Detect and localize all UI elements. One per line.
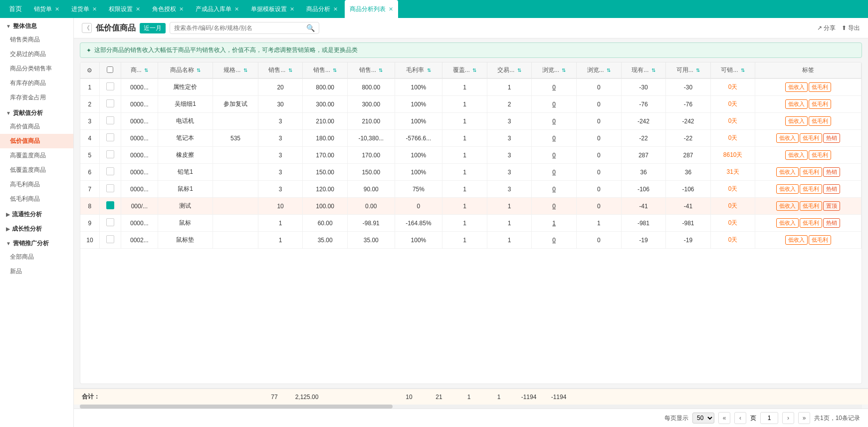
row-trade: 1 [487, 215, 532, 232]
row-checkbox[interactable] [106, 150, 114, 158]
sidebar-group-overall[interactable]: ▼ 整体信息 [0, 18, 73, 32]
table-row: 4 0000... 笔记本 535 3 180.00 -10,380... -5… [80, 130, 862, 147]
tag: 低收入 [785, 116, 808, 126]
table-row: 7 0000... 鼠标1 3 120.00 90.00 75% 1 3 0 0… [80, 181, 862, 198]
row-name: 鼠标 [158, 215, 213, 232]
nav-template[interactable]: 单据模板设置 ✕ [246, 0, 299, 18]
row-browse1[interactable]: 0 [532, 232, 577, 249]
select-all-checkbox[interactable] [107, 66, 113, 73]
row-checkbox[interactable] [106, 218, 114, 226]
search-box: 🔍 [170, 22, 319, 34]
close-purchase-icon[interactable]: ✕ [92, 6, 97, 12]
row-checkbox[interactable] [106, 167, 114, 175]
alert-bar: ✦ 这部分商品的销售收入大幅低于商品平均销售收入，价值不高，可考虑调整营销策略，… [80, 42, 862, 58]
nav-product-analysis-list[interactable]: 商品分析列表 ✕ [345, 0, 398, 18]
row-qty: 3 [258, 164, 303, 181]
sidebar: ▼ 整体信息 销售类商品 交易过的商品 商品分类销售率 有库存的商品 库存资金占… [0, 18, 74, 427]
row-browse1[interactable]: 0 [532, 96, 577, 113]
scrollbar-thumb[interactable] [80, 405, 393, 409]
row-checkbox-cell [99, 198, 121, 215]
search-icon[interactable]: 🔍 [306, 24, 315, 32]
sidebar-group-contribution[interactable]: ▼ 贡献值分析 [0, 105, 73, 119]
sidebar-item-low-margin[interactable]: 低毛利商品 [0, 192, 73, 206]
row-tags: 低收入低毛利 [755, 113, 862, 130]
sidebar-item-high-margin[interactable]: 高毛利商品 [0, 177, 73, 192]
prev-page-button[interactable]: ‹ [734, 412, 746, 424]
sidebar-item-stock-products[interactable]: 有库存的商品 [0, 76, 73, 90]
row-browse1[interactable]: 0 [532, 164, 577, 181]
next-page-button[interactable]: › [782, 412, 794, 424]
row-checkbox[interactable] [106, 235, 114, 243]
nav-permission[interactable]: 权限设置 ✕ [104, 0, 145, 18]
row-browse1[interactable]: 0 [532, 181, 577, 198]
per-page-select[interactable]: 50 [692, 413, 714, 424]
close-sales-icon[interactable]: ✕ [55, 6, 59, 12]
search-input[interactable] [174, 24, 306, 31]
sidebar-item-sales-products[interactable]: 销售类商品 [0, 32, 73, 47]
row-browse1[interactable]: 0 [532, 113, 577, 130]
page-input[interactable] [760, 412, 778, 424]
share-button[interactable]: ↗ 分享 [817, 24, 836, 32]
sidebar-item-low-value[interactable]: 低价值商品 [0, 134, 73, 148]
close-permission-icon[interactable]: ✕ [136, 6, 140, 12]
close-product-analysis-icon[interactable]: ✕ [333, 6, 338, 12]
horizontal-scrollbar[interactable] [80, 405, 862, 409]
date-tag[interactable]: 近一月 [140, 23, 166, 33]
last-page-button[interactable]: » [798, 412, 810, 424]
row-browse1[interactable]: 0 [532, 78, 577, 96]
sidebar-item-all-products[interactable]: 全部商品 [0, 250, 73, 264]
row-checkbox[interactable] [106, 133, 114, 141]
nav-purchase[interactable]: 进货单 ✕ [66, 0, 102, 18]
sidebar-item-high-value[interactable]: 高价值商品 [0, 119, 73, 134]
row-checkbox[interactable] [106, 99, 114, 107]
row-coverage: 1 [442, 130, 487, 147]
row-browse1[interactable]: 0 [532, 130, 577, 147]
row-checkbox[interactable] [106, 201, 114, 209]
tag: 低收入 [776, 201, 799, 211]
col-settings[interactable]: ⚙ [80, 62, 99, 78]
close-list-icon[interactable]: ✕ [389, 6, 393, 12]
row-checkbox[interactable] [106, 82, 114, 90]
first-page-button[interactable]: « [718, 412, 730, 424]
nav-product-in[interactable]: 产成品入库单 ✕ [191, 0, 244, 18]
row-browse1[interactable]: 0 [532, 198, 577, 215]
sidebar-group-liquidity[interactable]: ▶ 流通性分析 [0, 206, 73, 221]
row-available: -22 [666, 130, 711, 147]
total-sales2 [324, 394, 359, 401]
row-checkbox[interactable] [106, 184, 114, 192]
nav-product-analysis[interactable]: 商品分析 ✕ [301, 0, 343, 18]
close-role-icon[interactable]: ✕ [179, 6, 184, 12]
sidebar-group-growth[interactable]: ▶ 成长性分析 [0, 221, 73, 235]
sidebar-item-traded-products[interactable]: 交易过的商品 [0, 47, 73, 61]
nav-sales[interactable]: 销货单 ✕ [29, 0, 64, 18]
row-no: 6 [80, 164, 99, 181]
main-layout: ▼ 整体信息 销售类商品 交易过的商品 商品分类销售率 有库存的商品 库存资金占… [0, 18, 868, 427]
row-coverage: 1 [442, 164, 487, 181]
export-button[interactable]: ⬆ 导出 [842, 24, 860, 32]
col-code: 商... ⇅ [121, 62, 158, 78]
collapse-sidebar-button[interactable]: 《 [82, 23, 92, 33]
nav-role[interactable]: 角色授权 ✕ [147, 0, 189, 18]
row-coverage: 1 [442, 198, 487, 215]
row-stock: 287 [621, 147, 666, 164]
close-product-in-icon[interactable]: ✕ [234, 6, 239, 12]
row-qty: 3 [258, 147, 303, 164]
row-code: 0000... [121, 96, 158, 113]
close-template-icon[interactable]: ✕ [290, 6, 294, 12]
row-sales1: 100.00 [303, 198, 348, 215]
row-checkbox[interactable] [106, 116, 114, 124]
sidebar-item-new-products[interactable]: 新品 [0, 264, 73, 279]
sidebar-item-low-coverage[interactable]: 低覆盖度商品 [0, 163, 73, 177]
sidebar-item-high-coverage[interactable]: 高覆盖度商品 [0, 148, 73, 163]
sidebar-item-stock-capital[interactable]: 库存资金占用 [0, 90, 73, 105]
sidebar-item-category-sales-rate[interactable]: 商品分类销售率 [0, 61, 73, 76]
row-browse1[interactable]: 1 [532, 215, 577, 232]
nav-home[interactable]: 首页 [4, 0, 27, 18]
row-stock: -106 [621, 181, 666, 198]
sidebar-group-marketing[interactable]: ▼ 营销推广分析 [0, 235, 73, 250]
row-qty: 1 [258, 232, 303, 249]
row-name: 橡皮擦 [158, 147, 213, 164]
row-browse2: 0 [577, 164, 622, 181]
row-no: 9 [80, 215, 99, 232]
row-browse1[interactable]: 0 [532, 147, 577, 164]
